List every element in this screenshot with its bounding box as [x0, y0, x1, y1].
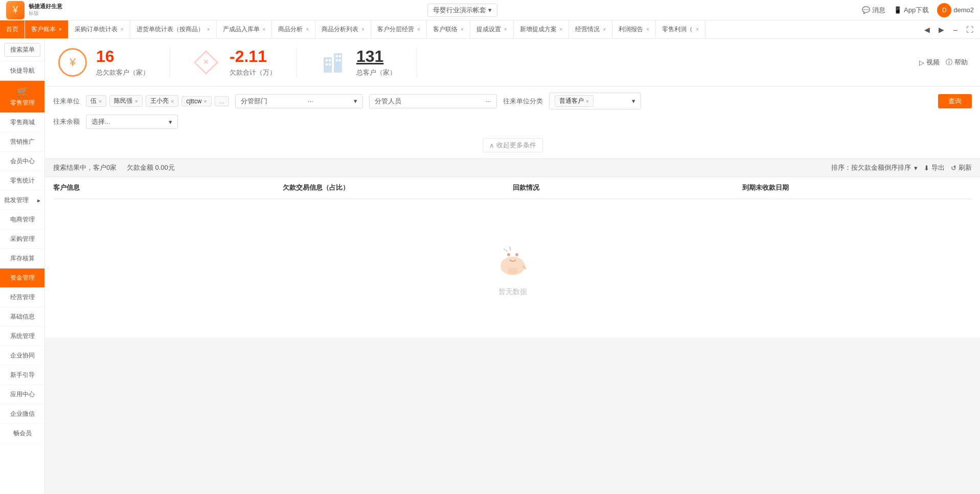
sidebar-item-inventory[interactable]: 库存核算: [0, 249, 44, 268]
close-icon[interactable]: ×: [306, 27, 309, 32]
query-button[interactable]: 查询: [938, 94, 972, 108]
tab-purchase-stats[interactable]: 进货单统计表（按商品） ×: [130, 20, 217, 39]
tab-customer-tier[interactable]: 客户分层经营 ×: [371, 20, 427, 39]
refresh-button[interactable]: ↺ 刷新: [951, 163, 972, 172]
search-menu-button[interactable]: 搜索菜单: [4, 43, 40, 57]
sidebar-item-retail-stats[interactable]: 零售统计: [0, 171, 44, 191]
close-icon[interactable]: ×: [603, 27, 606, 32]
video-button[interactable]: ▷ 视频: [919, 47, 940, 78]
tab-add-commission[interactable]: 新增提成方案 ×: [514, 20, 569, 39]
person-select[interactable]: 分管人员 ···: [369, 94, 497, 108]
tab-label: 商品分析列表: [322, 25, 358, 34]
close-icon[interactable]: ×: [560, 27, 563, 32]
stat-icon-overdue: ✕: [191, 47, 221, 78]
nav-maximize-button[interactable]: ⛶: [964, 24, 976, 36]
help-button[interactable]: ⓘ 帮助: [946, 47, 968, 78]
sidebar-label: 营销推广: [10, 138, 35, 146]
filter-tag-wang: 王小亮 ×: [146, 95, 178, 107]
unit-type-select[interactable]: 普通客户 × ▾: [549, 93, 641, 109]
tab-product-analysis[interactable]: 商品分析 ×: [272, 20, 315, 39]
filter-tag-cjttcw: cjttcw ×: [181, 96, 211, 106]
sort-area: 排序：按欠款金额倒序排序 ▾: [831, 163, 918, 172]
nav-next-button[interactable]: ▶: [935, 24, 947, 36]
tab-home[interactable]: 首页: [0, 20, 25, 39]
tab-customer-contact[interactable]: 客户联络 ×: [427, 20, 470, 39]
app-icon: 📱: [894, 6, 902, 14]
close-icon[interactable]: ×: [696, 27, 699, 32]
department-label: 分管部门: [241, 97, 267, 106]
filter-row-1: 往来单位 伍 × 陈民强 × 王小亮 × cjttcw: [53, 93, 972, 109]
sidebar-item-member2[interactable]: 畅会员: [0, 424, 44, 443]
tab-label: 经营情况: [575, 25, 600, 34]
sidebar-label: 零售统计: [10, 176, 35, 185]
message-icon: 💬: [862, 6, 870, 14]
tab-purchase-order[interactable]: 采购订单统计表 ×: [69, 20, 130, 39]
stats-actions: ▷ 视频 ⓘ 帮助: [919, 47, 968, 78]
close-icon[interactable]: ×: [504, 27, 507, 32]
tab-operation[interactable]: 经营情况 ×: [569, 20, 612, 39]
sidebar-item-ecommerce[interactable]: 电商管理: [0, 210, 44, 230]
remove-tag-chen[interactable]: ×: [134, 98, 138, 104]
tab-profit-report[interactable]: 利润报告 ×: [612, 20, 656, 39]
close-icon[interactable]: ×: [361, 27, 364, 32]
sidebar-item-marketing[interactable]: 营销推广: [0, 132, 44, 152]
sidebar-label: 会员中心: [10, 157, 35, 166]
stat-total-clients: 131 总客户（家）: [317, 47, 417, 78]
close-icon[interactable]: ×: [121, 27, 124, 32]
sidebar-label: 零售商城: [10, 118, 35, 127]
nav-prev-button[interactable]: ◀: [921, 24, 933, 36]
remove-tag-cjttcw[interactable]: ×: [203, 98, 207, 104]
nav-minimize-button[interactable]: –: [949, 24, 962, 36]
sidebar-item-operation-mgmt[interactable]: 经营管理: [0, 288, 44, 307]
tab-production[interactable]: 产成品入库单 ×: [217, 20, 272, 39]
close-icon[interactable]: ×: [207, 27, 210, 32]
close-icon[interactable]: ×: [59, 27, 62, 32]
remove-tag-wu[interactable]: ×: [99, 98, 102, 104]
tab-customer-ledger[interactable]: 客户账本 ×: [25, 20, 69, 39]
user-menu[interactable]: D demo2: [937, 3, 974, 17]
sidebar-item-nav[interactable]: 快捷导航: [0, 61, 44, 81]
stat-label-customers: 总欠款客户（家）: [96, 68, 149, 77]
sidebar-item-basic-info[interactable]: 基础信息: [0, 307, 44, 327]
sidebar-item-system[interactable]: 系统管理: [0, 327, 44, 346]
sidebar-item-wechat[interactable]: 企业微信: [0, 405, 44, 424]
svg-rect-11: [339, 59, 341, 61]
user-label: demo2: [953, 6, 974, 14]
industry-select[interactable]: 母婴行业演示帐套 ▾: [427, 4, 497, 17]
results-actions: 排序：按欠款金额倒序排序 ▾ ⬇ 导出 ↺ 刷新: [831, 163, 972, 172]
sidebar-item-guide[interactable]: 新手引导: [0, 366, 44, 385]
svg-line-16: [504, 249, 508, 252]
export-button[interactable]: ⬇ 导出: [924, 163, 945, 172]
remove-unit-type-tag[interactable]: ×: [586, 98, 589, 104]
sidebar-item-purchase[interactable]: 采购管理: [0, 230, 44, 249]
sidebar-item-wholesale[interactable]: 批发管理 ▸: [0, 191, 44, 210]
department-select[interactable]: 分管部门 ··· ▾: [235, 94, 363, 108]
close-icon[interactable]: ×: [646, 27, 649, 32]
filter-tag-chen: 陈民强 ×: [109, 95, 142, 107]
sidebar-item-enterprise[interactable]: 企业协同: [0, 346, 44, 366]
tab-label: 商品分析: [278, 25, 303, 34]
sidebar-search-area: 搜索菜单: [0, 39, 44, 61]
sidebar-item-app-center[interactable]: 应用中心: [0, 385, 44, 405]
tab-product-analysis-list[interactable]: 商品分析列表 ×: [315, 20, 371, 39]
filter-tag-more[interactable]: ...: [215, 96, 229, 106]
app-download-button[interactable]: 📱 App下载: [894, 6, 929, 15]
collapse-area: ∧ 收起更多条件: [53, 134, 972, 152]
sidebar-item-retail-mall[interactable]: 零售商城: [0, 113, 44, 132]
surplus-select[interactable]: 选择... ▾: [86, 115, 178, 129]
top-header: ¥ 畅捷通好生意 标版 母婴行业演示帐套 ▾ 💬 消息 📱 App下载 D de…: [0, 0, 980, 20]
filter-tag-wu: 伍 ×: [86, 95, 106, 107]
sidebar-item-finance[interactable]: 资金管理: [0, 268, 44, 288]
tab-commission-settings[interactable]: 提成设置 ×: [470, 20, 514, 39]
collapse-button[interactable]: ∧ 收起更多条件: [483, 138, 543, 152]
remove-tag-wang[interactable]: ×: [171, 98, 174, 104]
close-icon[interactable]: ×: [461, 27, 464, 32]
person-label: 分管人员: [375, 97, 401, 106]
sidebar-item-member[interactable]: 会员中心: [0, 152, 44, 171]
tab-retail-profit[interactable]: 零售利润（ ×: [656, 20, 705, 39]
message-button[interactable]: 💬 消息: [862, 6, 885, 15]
close-icon[interactable]: ×: [417, 27, 420, 32]
sidebar-item-retail[interactable]: 🛒 零售管理: [0, 81, 44, 113]
close-icon[interactable]: ×: [263, 27, 266, 32]
sidebar-label: 畅会员: [13, 429, 32, 438]
